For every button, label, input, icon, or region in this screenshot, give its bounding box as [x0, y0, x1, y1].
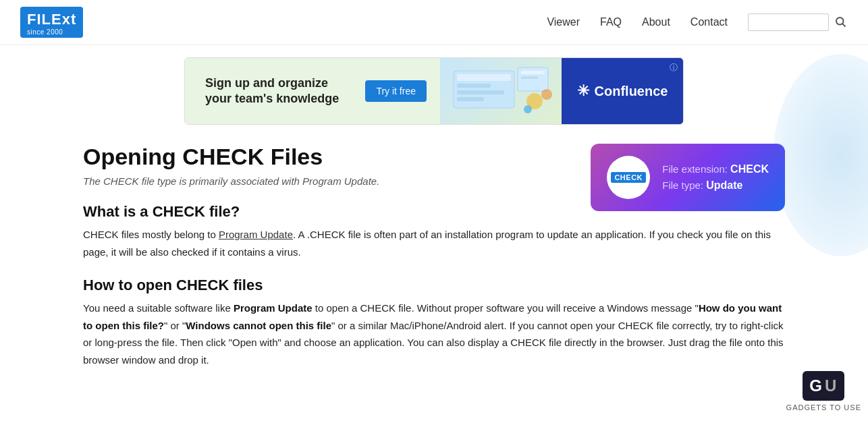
- gadgets-logo-widget: G U GADGETS TO USE: [786, 371, 861, 389]
- section2-strong1: Program Update: [234, 302, 313, 314]
- ad-illustration-svg: [447, 61, 555, 121]
- search-button[interactable]: [833, 14, 848, 31]
- file-type-row: File type: Update: [662, 179, 769, 192]
- header: FILExt since 2000 Viewer FAQ About Conta…: [0, 0, 868, 45]
- section2-body2: to open a CHECK file. Without proper sof…: [313, 302, 699, 314]
- confluence-name: Confluence: [595, 84, 668, 99]
- section2-body: You need a suitable software like Progra…: [83, 300, 785, 368]
- section2-strong3: Windows cannot open this file: [186, 320, 331, 331]
- section1-body: CHECK files mostly belong to Program Upd…: [83, 226, 785, 260]
- confluence-icon: ✳: [577, 82, 589, 100]
- svg-rect-8: [521, 71, 545, 74]
- svg-rect-6: [457, 97, 484, 101]
- nav-faq[interactable]: FAQ: [600, 16, 622, 28]
- svg-point-12: [524, 105, 532, 113]
- nav-contact[interactable]: Contact: [690, 16, 728, 28]
- program-update-link[interactable]: Program Update: [219, 229, 293, 240]
- search-box: [748, 13, 848, 31]
- search-icon: [834, 16, 846, 28]
- main-nav: Viewer FAQ About Contact: [547, 13, 848, 31]
- site-logo[interactable]: FILExt since 2000: [20, 7, 83, 38]
- search-input[interactable]: [748, 13, 829, 31]
- section2-body: You need a suitable software like: [83, 302, 234, 314]
- svg-rect-5: [457, 90, 504, 94]
- type-label: File type:: [662, 179, 703, 191]
- ad-left-section: Sign up and organize your team's knowled…: [185, 58, 440, 124]
- file-icon-label: CHECK: [611, 172, 646, 183]
- gadgets-logo-box: G U: [803, 371, 844, 389]
- type-value: Update: [706, 179, 742, 191]
- file-icon-circle: CHECK: [607, 156, 650, 199]
- svg-line-1: [842, 24, 845, 26]
- extension-value: CHECK: [730, 163, 769, 175]
- nav-about[interactable]: About: [642, 16, 670, 28]
- extension-label: File extension:: [662, 163, 730, 175]
- svg-rect-9: [521, 76, 538, 79]
- section2-title: How to open CHECK files: [83, 277, 785, 294]
- file-extension-row: File extension: CHECK: [662, 163, 769, 175]
- file-info-card: CHECK File extension: CHECK File type: U…: [591, 144, 785, 211]
- gadgets-g: G: [809, 376, 823, 389]
- ad-illustration: [440, 58, 562, 124]
- file-info-text: File extension: CHECK File type: Update: [662, 163, 769, 192]
- ad-info-icon: ⓘ: [670, 62, 678, 74]
- gadgets-u: U: [825, 376, 838, 389]
- section2-body3: " or ": [164, 320, 186, 331]
- logo-sub-text: since 2000: [27, 28, 63, 36]
- svg-point-11: [541, 89, 552, 100]
- ad-try-button[interactable]: Try it free: [365, 80, 427, 102]
- svg-point-0: [836, 18, 844, 25]
- svg-rect-3: [457, 74, 511, 81]
- logo-main-text: FILExt: [27, 11, 76, 28]
- ad-banner: Sign up and organize your team's knowled…: [184, 57, 684, 125]
- section1-body-start: CHECK files mostly belong to: [83, 229, 219, 240]
- ad-text: Sign up and organize your team's knowled…: [205, 76, 352, 107]
- confluence-logo: ✳ Confluence: [577, 82, 668, 100]
- nav-viewer[interactable]: Viewer: [547, 16, 580, 28]
- ad-right-section: ⓘ ✳ Confluence: [562, 58, 683, 124]
- svg-rect-4: [457, 84, 491, 88]
- main-content: CHECK File extension: CHECK File type: U…: [63, 137, 805, 389]
